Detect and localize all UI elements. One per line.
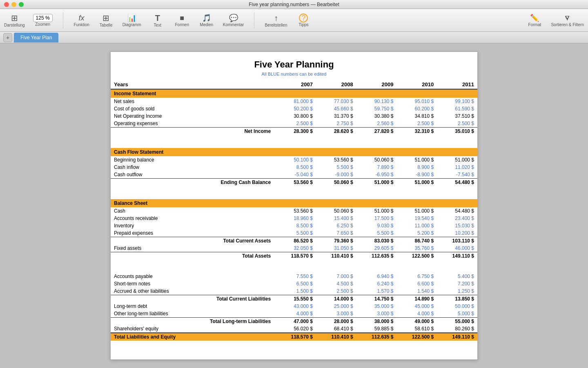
row-beginning-balance[interactable]: Beginning balance 50.100 $ 53.560 $ 50.0… <box>111 156 477 164</box>
sortieren-icon: ⛛ <box>564 14 571 22</box>
balance-section-label: Balance Sheet <box>111 199 477 207</box>
spacer2 <box>111 141 477 148</box>
cashflow-section-label: Cash Flow Statement <box>111 148 477 156</box>
sheet-subtitle: All BLUE numbers can be edited <box>111 72 477 76</box>
darstellung-button[interactable]: ⊞ Darstellung <box>4 13 25 27</box>
traffic-lights[interactable] <box>4 2 24 7</box>
row-fixed-assets[interactable]: Fixed assets 32.050 $ 31.050 $ 29.605 $ … <box>111 245 477 252</box>
spacer4 <box>111 193 477 199</box>
tab-five-year-plan[interactable]: Five Year Plan <box>14 33 58 43</box>
spacer3 <box>111 186 477 193</box>
funktion-icon: fx <box>79 14 85 22</box>
data-table: Years 2007 2008 2009 2010 2011 Income St… <box>111 81 477 341</box>
row-cost-of-goods[interactable]: Cost of goods sold 50.200 $ 45.660 $ 59.… <box>111 105 477 112</box>
row-net-sales[interactable]: Net sales 81.000 $ 77.030 $ 90.130 $ 95.… <box>111 98 477 105</box>
col-2007: 2007 <box>276 81 316 89</box>
spacer5 <box>111 260 477 266</box>
tabelle-icon: ⊞ <box>102 13 109 23</box>
bereitstellen-icon: ↑ <box>274 13 278 23</box>
section-income-header: Income Statement <box>111 89 477 98</box>
title-bar: Five year planning.numbers — Bearbeitet <box>0 0 588 9</box>
tab-bar: + Five Year Plan <box>0 32 588 43</box>
spacer6 <box>111 266 477 273</box>
maximize-button[interactable] <box>19 2 24 7</box>
row-net-operating-income: Net Operating Income 30.800 $ 31.370 $ 3… <box>111 112 477 120</box>
row-long-term-debt[interactable]: Long-term debt 43.000 $ 25.000 $ 35.000 … <box>111 303 477 310</box>
zoom-control[interactable]: 125 % Zoomen <box>33 14 53 27</box>
header-row: Years 2007 2008 2009 2010 2011 <box>111 81 477 89</box>
tabelle-button[interactable]: ⊞ Tabelle <box>98 13 114 27</box>
window-title: Five year planning.numbers — Bearbeitet <box>249 2 339 7</box>
row-ending-cash-balance: Ending Cash Balance 53.560 $ 50.060 $ 51… <box>111 179 477 186</box>
col-2008: 2008 <box>316 81 356 89</box>
sheet-title: Five Year Planning <box>111 52 477 72</box>
diagramm-button[interactable]: 📊 Diagramm <box>122 13 141 27</box>
kommentar-button[interactable]: 💬 Kommentar <box>223 13 244 27</box>
col-2010: 2010 <box>396 81 437 89</box>
spacer1 <box>111 135 477 141</box>
text-button[interactable]: T Text <box>149 13 166 27</box>
formen-icon: ■ <box>180 14 184 22</box>
toolbar: ⊞ Darstellung 125 % Zoomen fx Funktion ⊞… <box>0 9 588 32</box>
col-2009: 2009 <box>356 81 397 89</box>
col-years: Years <box>111 81 276 89</box>
spreadsheet: Five Year Planning All BLUE numbers can … <box>110 52 478 360</box>
bereitstellen-button[interactable]: ↑ Bereitstellen <box>265 13 287 27</box>
row-operating-expenses[interactable]: Operating expenses 2.500 $ 2.750 $ 2.560… <box>111 120 477 128</box>
row-cash: Cash 53.560 $ 50.060 $ 51.000 $ 51.000 $… <box>111 207 477 215</box>
sortieren-button[interactable]: ⛛ Sortieren & Filtern <box>551 14 584 27</box>
sep2 <box>254 12 254 29</box>
tipps-icon: ? <box>299 13 308 22</box>
add-tab-button[interactable]: + <box>3 33 12 42</box>
col-2011: 2011 <box>437 81 477 89</box>
row-other-lt-liabilities[interactable]: Other long-term liabilities 4.000 $ 3.00… <box>111 310 477 318</box>
row-inventory[interactable]: Inventory 8.500 $ 6.250 $ 9.030 $ 11.000… <box>111 222 477 229</box>
row-cash-outflow[interactable]: Cash outflow -5.040 $ -9.000 $ -6.950 $ … <box>111 171 477 179</box>
row-shareholders-equity: Shareholders' equity 56.020 $ 68.410 $ 5… <box>111 325 477 333</box>
sep1 <box>63 12 63 29</box>
tipps-button[interactable]: ? Tipps <box>295 13 312 27</box>
row-total-assets: Total Assets 118.570 $ 110.410 $ 112.635… <box>111 252 477 260</box>
row-accrued-liabilities[interactable]: Accrued & other liabilities 1.500 $ 2.50… <box>111 287 477 295</box>
row-short-term-notes[interactable]: Short-term notes 6.500 $ 4.500 $ 6.240 $… <box>111 280 477 287</box>
row-net-income: Net Income 28.300 $ 28.620 $ 27.820 $ 32… <box>111 128 477 135</box>
format-button[interactable]: ✏️ Format <box>526 13 543 27</box>
kommentar-icon: 💬 <box>229 13 238 22</box>
darstellung-icon: ⊞ <box>11 13 18 23</box>
section-cashflow-header: Cash Flow Statement <box>111 148 477 156</box>
diagramm-icon: 📊 <box>127 13 136 22</box>
income-section-label: Income Statement <box>111 89 477 98</box>
minimize-button[interactable] <box>11 2 16 7</box>
row-total-lt-liabilities: Total Long-term Liabilities 47.000 $ 28.… <box>111 318 477 325</box>
text-icon: T <box>155 13 160 23</box>
row-total-current-assets: Total Current Assets 86.520 $ 79.360 $ 8… <box>111 237 477 245</box>
close-button[interactable] <box>4 2 9 7</box>
row-prepaid-expenses[interactable]: Prepaid expenses 5.500 $ 7.650 $ 5.500 $… <box>111 229 477 237</box>
section-balance-header: Balance Sheet <box>111 199 477 207</box>
medien-icon: 🎵 <box>202 13 211 22</box>
funktion-button[interactable]: fx Funktion <box>74 14 90 27</box>
formen-button[interactable]: ■ Formen <box>174 14 190 27</box>
row-accounts-payable[interactable]: Accounts payable 7.550 $ 7.000 $ 6.940 $… <box>111 273 477 280</box>
format-icon: ✏️ <box>530 13 539 22</box>
row-accounts-receivable[interactable]: Accounts receivable 18.960 $ 15.400 $ 17… <box>111 215 477 222</box>
row-total-liabilities-equity: Total Liabilities and Equity 118.570 $ 1… <box>111 333 477 341</box>
row-cash-inflow[interactable]: Cash inflow 8.500 $ 5.500 $ 7.890 $ 8.90… <box>111 164 477 171</box>
row-total-current-liabilities: Total Current Liabilities 15.550 $ 14.00… <box>111 295 477 303</box>
zoom-value[interactable]: 125 % <box>33 14 53 22</box>
medien-button[interactable]: 🎵 Medien <box>198 13 215 27</box>
main-content: Five Year Planning All BLUE numbers can … <box>0 43 588 368</box>
